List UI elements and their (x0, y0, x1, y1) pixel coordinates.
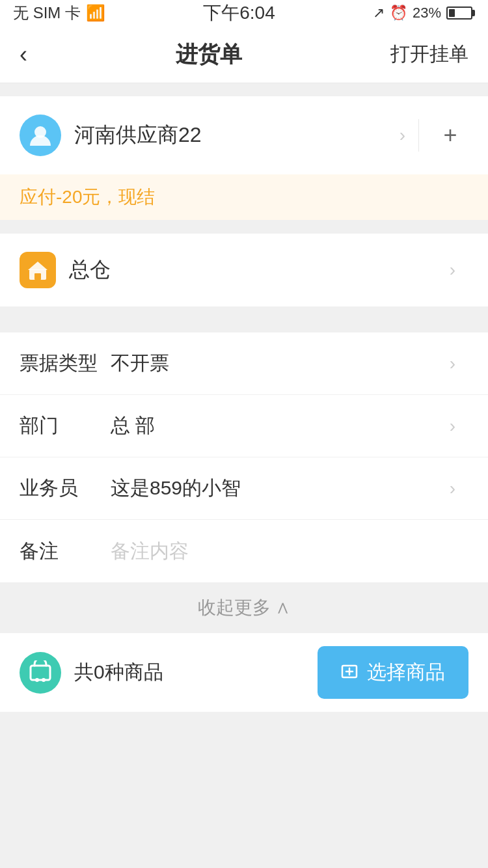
warehouse-chevron-icon: › (450, 260, 455, 280)
page-title: 进货单 (176, 40, 242, 70)
person-icon (27, 122, 53, 148)
status-time: 下午6:04 (203, 1, 275, 25)
remark-input[interactable]: 备注内容 (111, 538, 468, 565)
cart-icon (28, 660, 53, 685)
product-icon-wrap (20, 652, 61, 694)
add-supplier-button[interactable]: + (432, 117, 468, 154)
department-label: 部门 (20, 413, 111, 439)
status-right: ↗ ⏰ 23% (373, 5, 475, 21)
invoice-value: 不开票 (111, 350, 450, 377)
warehouse-row[interactable]: 总仓 › (0, 233, 488, 306)
select-product-button[interactable]: 选择商品 (318, 646, 468, 699)
department-value: 总 部 (111, 413, 450, 439)
product-bar: 共0种商品 选择商品 (0, 633, 488, 712)
location-icon: ↗ (373, 5, 385, 21)
wifi-icon: 📶 (86, 4, 105, 22)
battery-text: 23% (413, 5, 441, 21)
department-chevron-icon: › (450, 416, 455, 437)
alarm-icon: ⏰ (390, 5, 407, 21)
status-bar: 无 SIM 卡 📶 下午6:04 ↗ ⏰ 23% (0, 0, 488, 26)
department-row[interactable]: 部门 总 部 › (0, 395, 488, 457)
gap-2 (0, 220, 488, 233)
carrier-text: 无 SIM 卡 (13, 3, 81, 23)
remark-row[interactable]: 备注 备注内容 (0, 520, 488, 582)
salesman-label: 业务员 (20, 475, 111, 502)
status-left: 无 SIM 卡 📶 (13, 3, 105, 23)
warehouse-icon-wrap (20, 252, 56, 288)
supplier-section: 河南供应商22 › + 应付-20元，现结 (0, 96, 488, 220)
collapse-button[interactable]: 收起更多 ∧ (0, 582, 488, 633)
invoice-row[interactable]: 票据类型 不开票 › (0, 332, 488, 395)
select-product-icon (341, 663, 360, 683)
svg-point-6 (42, 678, 46, 682)
main-content: 河南供应商22 › + 应付-20元，现结 总仓 › 票据类型 不开票 › (0, 83, 488, 868)
form-section: 票据类型 不开票 › 部门 总 部 › 业务员 这是859的小智 › 备注 备注… (0, 332, 488, 582)
warehouse-label: 总仓 (69, 256, 450, 284)
salesman-chevron-icon: › (450, 478, 455, 499)
product-count: 共0种商品 (74, 659, 318, 686)
gap-1 (0, 83, 488, 96)
nav-bar: ‹ 进货单 打开挂单 (0, 26, 488, 83)
supplier-name: 河南供应商22 (74, 121, 400, 150)
supplier-notice: 应付-20元，现结 (0, 174, 488, 220)
invoice-chevron-icon: › (450, 353, 455, 374)
gap-3 (0, 306, 488, 319)
supplier-avatar (20, 115, 61, 156)
svg-marker-2 (28, 262, 47, 270)
svg-rect-4 (31, 666, 50, 680)
invoice-label: 票据类型 (20, 350, 111, 377)
supplier-row[interactable]: 河南供应商22 › + (0, 96, 488, 174)
open-pending-button[interactable]: 打开挂单 (390, 41, 468, 68)
warehouse-icon (27, 259, 49, 281)
svg-point-5 (35, 678, 39, 682)
page-background (0, 712, 488, 868)
remark-label: 备注 (20, 538, 111, 565)
svg-rect-3 (34, 273, 41, 280)
salesman-row[interactable]: 业务员 这是859的小智 › (0, 457, 488, 520)
salesman-value: 这是859的小智 (111, 475, 450, 502)
divider (418, 119, 419, 152)
supplier-chevron-icon: › (400, 125, 405, 146)
battery-icon (446, 7, 475, 20)
collapse-label: 收起更多 ∧ (198, 595, 291, 620)
select-product-label: 选择商品 (367, 659, 445, 686)
back-button[interactable]: ‹ (20, 41, 27, 68)
